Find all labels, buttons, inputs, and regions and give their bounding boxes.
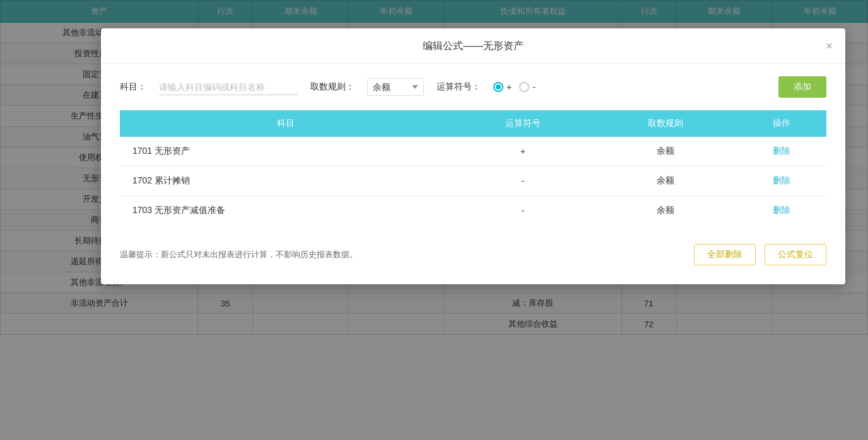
operator-label: 运算符号： bbox=[437, 81, 481, 93]
table-row: 1701 无形资产+余额删除 bbox=[120, 137, 826, 166]
formula-table-body: 1701 无形资产+余额删除1702 累计摊销-余额删除1703 无形资产减值准… bbox=[120, 137, 826, 225]
modal-footer: 温馨提示：新公式只对未出报表进行计算，不影响历史报表数据。 全部删除 公式复位 bbox=[101, 238, 845, 265]
table-row: 1702 累计摊销-余额删除 bbox=[120, 166, 826, 196]
formula-subject-cell: 1701 无形资产 bbox=[120, 137, 452, 166]
modal-close-button[interactable]: × bbox=[826, 40, 833, 52]
table-row: 1703 无形资产减值准备-余额删除 bbox=[120, 196, 826, 226]
add-button[interactable]: 添加 bbox=[778, 76, 826, 98]
formula-subject-cell: 1702 累计摊销 bbox=[120, 166, 452, 196]
formula-header-cell: 运算符号 bbox=[452, 110, 594, 137]
formula-header-cell: 科目 bbox=[120, 110, 452, 137]
reset-button[interactable]: 公式复位 bbox=[765, 244, 826, 265]
operator-radio-group: + - bbox=[493, 82, 536, 92]
formula-action-cell: 删除 bbox=[736, 166, 826, 196]
radio-minus-indicator bbox=[519, 82, 529, 92]
radio-plus[interactable]: + bbox=[493, 82, 512, 92]
formula-operator-cell: + bbox=[452, 137, 594, 166]
subject-label: 科目： bbox=[120, 81, 146, 93]
formula-table-head: 科目运算符号取数规则操作 bbox=[120, 110, 826, 137]
formula-subject-cell: 1703 无形资产减值准备 bbox=[120, 196, 452, 226]
formula-rule-cell: 余额 bbox=[594, 196, 737, 226]
formula-rule-cell: 余额 bbox=[594, 166, 737, 196]
rule-select[interactable]: 余额 借方 贷方 借方累计 贷方累计 bbox=[367, 78, 424, 96]
formula-operator-cell: - bbox=[452, 166, 594, 196]
formula-header-row: 科目运算符号取数规则操作 bbox=[120, 110, 826, 137]
radio-minus-label: - bbox=[532, 82, 536, 92]
formula-header-cell: 取数规则 bbox=[594, 110, 737, 137]
subject-input[interactable] bbox=[159, 79, 298, 95]
data-table-wrap: 科目运算符号取数规则操作 1701 无形资产+余额删除1702 累计摊销-余额删… bbox=[101, 110, 845, 225]
modal-title: 编辑公式——无形资产 bbox=[423, 40, 524, 53]
delete-row-link[interactable]: 删除 bbox=[773, 175, 790, 185]
delete-all-button[interactable]: 全部删除 bbox=[694, 244, 756, 265]
formula-table: 科目运算符号取数规则操作 1701 无形资产+余额删除1702 累计摊销-余额删… bbox=[120, 110, 826, 225]
footer-buttons: 全部删除 公式复位 bbox=[694, 244, 826, 265]
radio-minus[interactable]: - bbox=[519, 82, 536, 92]
formula-header-cell: 操作 bbox=[736, 110, 826, 137]
radio-plus-indicator bbox=[493, 82, 503, 92]
delete-row-link[interactable]: 删除 bbox=[773, 205, 790, 215]
edit-formula-modal: 编辑公式——无形资产 × 科目： 取数规则： 余额 借方 贷方 借方累计 贷方累… bbox=[101, 28, 845, 284]
radio-plus-label: + bbox=[507, 82, 512, 92]
modal-header: 编辑公式——无形资产 × bbox=[101, 28, 845, 64]
formula-action-cell: 删除 bbox=[736, 196, 826, 226]
rule-select-wrap: 余额 借方 贷方 借方累计 贷方累计 bbox=[367, 78, 424, 96]
formula-action-cell: 删除 bbox=[736, 137, 826, 166]
formula-operator-cell: - bbox=[452, 196, 594, 226]
delete-row-link[interactable]: 删除 bbox=[773, 146, 790, 156]
footer-tip: 温馨提示：新公式只对未出报表进行计算，不影响历史报表数据。 bbox=[120, 249, 358, 260]
formula-rule-cell: 余额 bbox=[594, 137, 737, 166]
form-row: 科目： 取数规则： 余额 借方 贷方 借方累计 贷方累计 运算符号： + - 添… bbox=[101, 64, 845, 110]
rule-label: 取数规则： bbox=[310, 81, 355, 93]
